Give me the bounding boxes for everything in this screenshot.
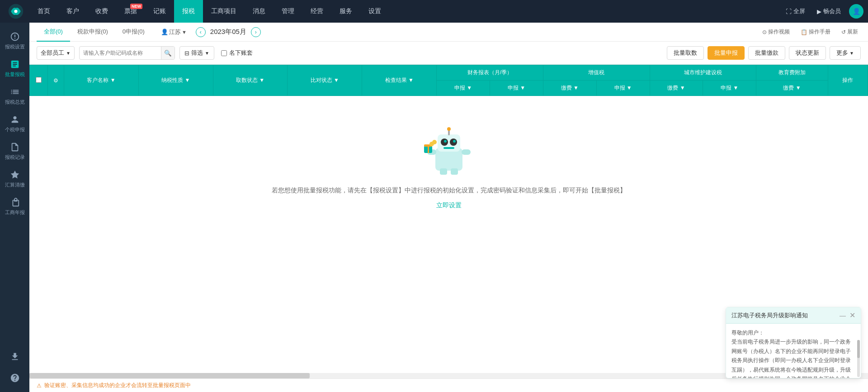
notification-minimize[interactable]: —: [840, 312, 846, 319]
sidebar-item-personal-tax[interactable]: 个税申报: [0, 110, 29, 138]
next-month-button[interactable]: ›: [251, 27, 261, 37]
tab-all[interactable]: 全部(0): [37, 23, 70, 42]
empty-message: 若您想使用批量报税功能，请先在【报税设置】中进行报税的初始化设置，完成密码验证和…: [272, 186, 626, 195]
new-badge: NEW: [130, 4, 142, 9]
sidebar-item-annual-settlement[interactable]: 汇算清缴: [0, 165, 29, 193]
notification-body: 尊敬的用户：受当前电子税务局进一步升级的影响，同一个政务网账号（办税人）名下的企…: [726, 324, 861, 378]
tab-tax-report[interactable]: 税款申报(0): [70, 23, 115, 42]
th-city-tax-pay[interactable]: 缴费 ▼: [650, 81, 703, 96]
nav-accounting[interactable]: 记账: [145, 0, 174, 23]
more-button[interactable]: 更多 ▼: [830, 46, 861, 60]
toolbar-right: 批量取数 批量申报 批量缴款 状态更新 更多 ▼: [667, 46, 861, 60]
setup-link[interactable]: 立即设置: [436, 201, 462, 210]
th-education-tax: 教育费附加: [756, 65, 828, 81]
video-tutorial-button[interactable]: ⊙ 操作视频: [760, 27, 793, 37]
th-gear[interactable]: ⚙: [48, 65, 64, 96]
region-label: 江苏: [169, 28, 181, 36]
svg-rect-12: [462, 149, 471, 155]
th-tax-nature[interactable]: 纳税性质 ▼: [138, 65, 213, 96]
th-financial-report: 财务报表（月/季）: [437, 65, 543, 81]
chevron-down-icon: ▼: [849, 51, 854, 56]
top-nav: 首页 客户 收费 票据 NEW 记账 报税 工商项目 消息 管理 经营 服务 设…: [0, 0, 868, 23]
notification-close[interactable]: ✕: [849, 311, 855, 320]
th-vat-pay[interactable]: 缴费 ▼: [543, 81, 596, 96]
toolbar: 全部员工 ▼ 🔍 ⊟ 筛选 ▼ 名下账套 批量取数 批量申报 批量: [29, 42, 868, 65]
notification-scrollbar[interactable]: [857, 340, 860, 377]
svg-rect-17: [428, 144, 429, 153]
status-update-button[interactable]: 状态更新: [789, 46, 826, 60]
th-vat-submit[interactable]: 申报 ▼: [490, 81, 543, 96]
search-button[interactable]: 🔍: [161, 46, 175, 60]
th-city-tax-submit[interactable]: 申报 ▼: [596, 81, 650, 96]
month-navigation: ‹ 2023年05月 ›: [196, 27, 261, 37]
th-financial-report-submit[interactable]: 申报 ▼: [437, 81, 490, 96]
notification-panel: 江苏电子税务局升级影响通知 — ✕ 尊敬的用户：受当前电子税务局进一步升级的影响…: [726, 307, 861, 378]
filter-icon: ⊟: [184, 50, 189, 57]
svg-point-1: [14, 10, 17, 13]
th-vat: 增值税: [543, 65, 650, 81]
nav-service[interactable]: 服务: [331, 0, 360, 23]
sidebar-item-business-report[interactable]: 工商年报: [0, 193, 29, 220]
sidebar-download[interactable]: [0, 347, 29, 366]
search-box: 🔍: [79, 46, 175, 60]
prev-month-button[interactable]: ‹: [196, 27, 206, 37]
filter-button[interactable]: ⊟ 筛选 ▼: [179, 46, 214, 60]
video-icon: ⊙: [762, 29, 767, 35]
sidebar: 报税设置 批量报税 报税总览 个税申报 报税记录 汇算清缴 工商年报: [0, 23, 29, 392]
vip-button[interactable]: ▶ 畅会员: [813, 5, 844, 17]
nav-home[interactable]: 首页: [29, 0, 58, 23]
sidebar-item-tax-records[interactable]: 报税记录: [0, 138, 29, 165]
robot-illustration: [422, 123, 476, 177]
nav-operation[interactable]: 经营: [302, 0, 331, 23]
batch-pay-button[interactable]: 批量缴款: [748, 46, 785, 60]
account-checkbox-label[interactable]: 名下账套: [221, 49, 253, 57]
nav-message[interactable]: 消息: [245, 0, 274, 23]
nav-settings[interactable]: 设置: [360, 0, 389, 23]
bottom-bar: ⚠ 验证账密、采集信息均成功的企业才会流转至批量报税页面中: [29, 378, 868, 392]
fullscreen-button[interactable]: ⛶ 全屏: [782, 5, 809, 17]
sidebar-item-tax-overview[interactable]: 报税总览: [0, 82, 29, 110]
notification-scroll-thumb[interactable]: [857, 340, 860, 358]
th-check-result[interactable]: 检查结果 ▼: [362, 65, 437, 96]
nav-customer[interactable]: 客户: [58, 0, 87, 23]
account-checkbox[interactable]: [221, 50, 227, 56]
batch-report-button[interactable]: 批量申报: [708, 46, 745, 60]
nav-invoice[interactable]: 票据 NEW: [116, 0, 145, 23]
th-compare-status[interactable]: 比对状态 ▼: [288, 65, 362, 96]
sidebar-help[interactable]: [0, 368, 29, 387]
nav-tax[interactable]: 报税: [174, 0, 203, 23]
scroll-thumb-horizontal[interactable]: [29, 373, 310, 378]
svg-point-10: [447, 127, 451, 131]
nav-billing[interactable]: 收费: [87, 0, 116, 23]
employee-select[interactable]: 全部员工 ▼: [37, 46, 75, 60]
nav-manage[interactable]: 管理: [274, 0, 302, 23]
nav-business[interactable]: 工商项目: [203, 0, 245, 23]
sidebar-bottom: [0, 347, 29, 392]
app-logo[interactable]: [5, 0, 27, 23]
fullscreen-icon: ⛶: [786, 8, 792, 15]
tab-right-actions: ⊙ 操作视频 📋 操作手册 ↺ 展新: [760, 27, 861, 37]
th-edu-tax-pay[interactable]: 缴费 ▼: [756, 81, 828, 96]
th-city-tax: 城市维护建设税: [650, 65, 756, 81]
region-selector[interactable]: 👤 江苏 ▼: [161, 28, 187, 36]
search-input[interactable]: [80, 50, 161, 56]
th-customer-name[interactable]: 客户名称 ▼: [64, 65, 139, 96]
notification-header: 江苏电子税务局升级影响通知 — ✕: [726, 307, 861, 324]
manual-button[interactable]: 📋 操作手册: [798, 27, 833, 37]
svg-rect-13: [440, 168, 447, 175]
avatar[interactable]: 👤: [849, 4, 863, 19]
sidebar-item-tax-settings[interactable]: 报税设置: [0, 27, 29, 55]
th-action: 操作: [828, 65, 868, 96]
nav-right: ⛶ 全屏 ▶ 畅会员 👤: [782, 4, 863, 19]
refresh-button[interactable]: ↺ 展新: [839, 27, 861, 37]
th-fetch-status[interactable]: 取数状态 ▼: [213, 65, 288, 96]
data-table: ⚙ 客户名称 ▼ 纳税性质 ▼ 取数状态 ▼ 比对状态 ▼ 检查结果 ▼ 财务报…: [29, 65, 868, 96]
tab-zero-report[interactable]: 0申报(0): [115, 23, 152, 42]
th-checkbox[interactable]: [30, 65, 48, 96]
sidebar-item-batch-tax[interactable]: 批量报税: [0, 55, 29, 82]
th-edu-tax-submit[interactable]: 申报 ▼: [703, 81, 756, 96]
batch-get-button[interactable]: 批量取数: [667, 46, 704, 60]
vip-icon: ▶: [817, 8, 821, 15]
select-all-checkbox[interactable]: [36, 77, 42, 83]
svg-rect-14: [451, 168, 458, 175]
